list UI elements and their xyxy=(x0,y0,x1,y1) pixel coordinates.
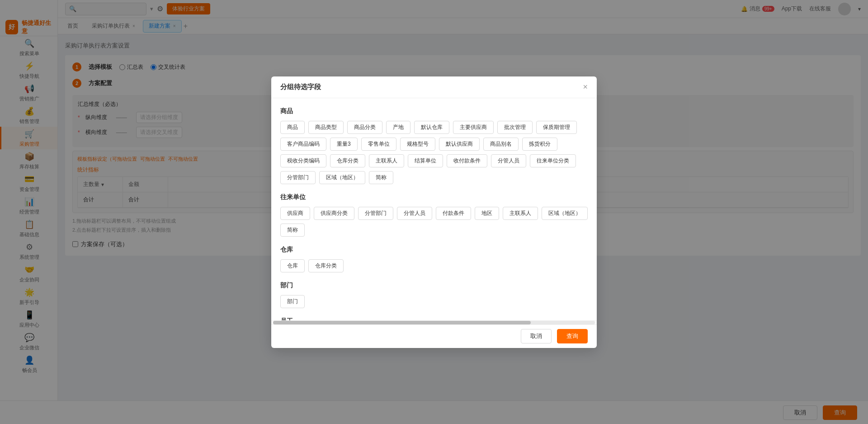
field-section-warehouse: 仓库仓库仓库分类 xyxy=(280,246,588,272)
field-tag[interactable]: 分管部门 xyxy=(280,171,316,184)
field-tag[interactable]: 分管部门 xyxy=(358,207,393,220)
modal-body[interactable]: 商品商品商品类型商品分类产地默认仓库主要供应商批次管理保质期管理客户商品编码重量… xyxy=(271,98,597,320)
field-tag[interactable]: 供应商分类 xyxy=(314,207,354,220)
field-tag[interactable]: 仓库 xyxy=(280,259,305,272)
field-tag[interactable]: 仓库分类 xyxy=(330,154,365,167)
field-tags-product: 商品商品类型商品分类产地默认仓库主要供应商批次管理保质期管理客户商品编码重量3零… xyxy=(280,121,588,184)
modal-confirm-button[interactable]: 查询 xyxy=(557,329,588,343)
field-tag[interactable]: 付款条件 xyxy=(436,207,471,220)
field-section-product: 商品商品商品类型商品分类产地默认仓库主要供应商批次管理保质期管理客户商品编码重量… xyxy=(280,107,588,184)
field-tag[interactable]: 结算单位 xyxy=(408,154,443,167)
modal-footer: 取消 查询 xyxy=(271,324,597,348)
field-tag[interactable]: 商品分类 xyxy=(347,121,382,134)
field-tag[interactable]: 部门 xyxy=(280,295,305,308)
field-tag[interactable]: 客户商品编码 xyxy=(280,138,326,151)
field-tag[interactable]: 批次管理 xyxy=(497,121,533,134)
field-tag[interactable]: 区域（地区） xyxy=(542,207,588,220)
section-title-product: 商品 xyxy=(280,107,588,115)
field-tag[interactable]: 收付款条件 xyxy=(447,154,487,167)
modal-header: 分组待选字段 × xyxy=(271,76,597,98)
field-tag[interactable]: 简称 xyxy=(280,224,305,237)
field-section-counterpart: 往来单位供应商供应商分类分管部门分管人员付款条件地区主联系人区域（地区）简称 xyxy=(280,193,588,237)
field-tag[interactable]: 主联系人 xyxy=(369,154,404,167)
section-title-counterpart: 往来单位 xyxy=(280,193,588,201)
field-tag[interactable]: 默认仓库 xyxy=(414,121,449,134)
modal: 分组待选字段 × 商品商品商品类型商品分类产地默认仓库主要供应商批次管理保质期管… xyxy=(271,76,597,348)
field-tag[interactable]: 商品类型 xyxy=(308,121,344,134)
field-tags-department: 部门 xyxy=(280,295,588,308)
field-tag[interactable]: 主要供应商 xyxy=(453,121,494,134)
field-tag[interactable]: 保质期管理 xyxy=(536,121,577,134)
field-tag[interactable]: 简称 xyxy=(369,171,393,184)
field-tag[interactable]: 默认供应商 xyxy=(439,138,480,151)
modal-cancel-button[interactable]: 取消 xyxy=(521,329,552,343)
field-section-department: 部门部门 xyxy=(280,281,588,308)
modal-hscroll[interactable] xyxy=(271,320,597,324)
field-tag[interactable]: 地区 xyxy=(475,207,499,220)
modal-title: 分组待选字段 xyxy=(280,83,321,91)
section-title-warehouse: 仓库 xyxy=(280,246,588,254)
field-tag[interactable]: 重量3 xyxy=(330,138,358,151)
field-tags-counterpart: 供应商供应商分类分管部门分管人员付款条件地区主联系人区域（地区）简称 xyxy=(280,207,588,237)
field-tag[interactable]: 产地 xyxy=(386,121,410,134)
field-tag[interactable]: 税收分类编码 xyxy=(280,154,326,167)
modal-close-button[interactable]: × xyxy=(583,82,588,92)
field-tag[interactable]: 拣货积分 xyxy=(522,138,557,151)
field-tag[interactable]: 商品别名 xyxy=(483,138,519,151)
section-title-department: 部门 xyxy=(280,281,588,290)
field-tag[interactable]: 供应商 xyxy=(280,207,310,220)
field-tag[interactable]: 往来单位分类 xyxy=(530,154,576,167)
field-tag[interactable]: 规格型号 xyxy=(400,138,435,151)
section-title-employee: 员工 xyxy=(280,317,588,320)
field-section-employee: 员工业务员 xyxy=(280,317,588,320)
field-tag[interactable]: 区域（地区） xyxy=(319,171,365,184)
field-tag[interactable]: 零售单位 xyxy=(361,138,396,151)
field-tag[interactable]: 仓库分类 xyxy=(308,259,344,272)
field-tag[interactable]: 主联系人 xyxy=(503,207,538,220)
field-tags-warehouse: 仓库仓库分类 xyxy=(280,259,588,272)
field-tag[interactable]: 分管人员 xyxy=(397,207,432,220)
field-tag[interactable]: 分管人员 xyxy=(491,154,526,167)
field-tag[interactable]: 商品 xyxy=(280,121,305,134)
